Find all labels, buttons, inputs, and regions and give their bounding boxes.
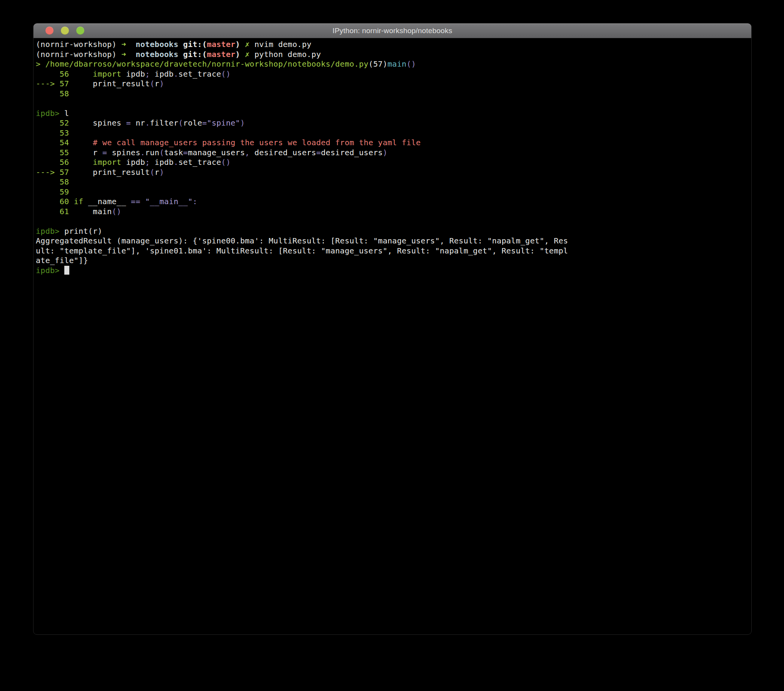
terminal-line: 61 main() (36, 207, 749, 217)
desktop: { "window": { "title": "IPython: nornir-… (0, 0, 784, 691)
terminal-text: "spine" (207, 118, 240, 127)
terminal-text (74, 69, 93, 79)
terminal-text: master (207, 50, 235, 59)
terminal-text (141, 197, 145, 206)
terminal-line: 53 (36, 128, 749, 138)
terminal-text: ; (145, 158, 150, 167)
terminal-line: ---> 57 print_result(r) (36, 168, 749, 178)
terminal-text: spines (74, 118, 126, 127)
terminal-text: nr (131, 118, 145, 127)
terminal-text: ( (178, 118, 183, 127)
terminal-text: master (207, 40, 235, 49)
terminal-text (74, 158, 93, 167)
terminal-text: ---> 57 (36, 168, 74, 177)
terminal-text: () (407, 59, 416, 69)
terminal-text: # we call manage_users passing the users… (93, 138, 421, 147)
terminal-text: () (112, 207, 121, 216)
terminal-line: 55 r = spines.run(task=manage_users, des… (36, 148, 749, 158)
terminal-text: > /home/dbarroso/workspace/dravetech/nor… (36, 59, 369, 69)
terminal-text: main (387, 59, 406, 69)
terminal-line: 56 import ipdb; ipdb.set_trace() (36, 69, 749, 79)
close-button[interactable] (45, 27, 54, 35)
terminal-line (36, 216, 749, 226)
terminal-line: > /home/dbarroso/workspace/dravetech/nor… (36, 59, 749, 69)
terminal-line: 58 (36, 177, 749, 187)
terminal-text: ipdb (121, 69, 145, 79)
terminal-text: . (141, 148, 145, 157)
terminal-text: = (102, 148, 107, 157)
terminal-line: ipdb> print(r) (36, 226, 749, 236)
terminal-line: (nornir-workshop) ➜ notebooks git:(maste… (36, 50, 749, 60)
terminal-text: ipdb (150, 158, 174, 167)
terminal-text: 56 (36, 69, 74, 79)
terminal-text: main (74, 207, 112, 216)
terminal-text: print(r) (64, 226, 102, 236)
terminal-text: git:( (183, 50, 207, 59)
terminal-text: (nornir-workshop) (36, 40, 121, 49)
terminal-text: 56 (36, 158, 74, 167)
terminal-text: . (145, 118, 150, 127)
terminal-text: 55 (36, 148, 74, 157)
minimize-button[interactable] (61, 27, 69, 35)
terminal-text: ➜ (121, 40, 126, 49)
terminal-content[interactable]: (nornir-workshop) ➜ notebooks git:(maste… (34, 38, 751, 275)
terminal-text: ---> 57 (36, 79, 74, 88)
terminal-line: 60 if __name__ == "__main__": (36, 197, 749, 207)
terminal-text: , (245, 148, 250, 157)
terminal-text: ate_file"]} (36, 256, 88, 265)
terminal-line: 58 (36, 89, 749, 99)
zoom-button[interactable] (76, 27, 84, 35)
terminal-text: 52 (36, 118, 74, 127)
terminal-text: 53 (36, 128, 69, 138)
terminal-text: set_trace (178, 158, 221, 167)
terminal-text: () (221, 69, 231, 79)
terminal-text: ipdb> (36, 266, 64, 275)
terminal-text: = (126, 118, 131, 127)
terminal-line: ate_file"]} (36, 256, 749, 266)
terminal-text: . (174, 158, 178, 167)
terminal-text: . (174, 69, 178, 79)
terminal-text: ( (150, 79, 154, 88)
terminal-text: git:( (183, 40, 207, 49)
terminal-text: r (155, 168, 159, 177)
terminal-text: filter (150, 118, 178, 127)
terminal-line: ult: "template_file"], 'spine01.bma': Mu… (36, 246, 749, 256)
terminal-text: ) (383, 148, 387, 157)
terminal-text: ipdb> (36, 226, 64, 236)
terminal-text: r (74, 148, 102, 157)
terminal-text: 60 (36, 197, 74, 206)
terminal-text: = (202, 118, 207, 127)
terminal-text: spines (107, 148, 140, 157)
terminal-text: = (183, 148, 188, 157)
window-titlebar[interactable]: IPython: nornir-workshop/notebooks (34, 23, 751, 38)
terminal-text: ✗ (245, 40, 250, 49)
terminal-text: ult: "template_file"], 'spine01.bma': Mu… (36, 246, 568, 255)
terminal-text: role (183, 118, 202, 127)
terminal-text: 61 (36, 207, 74, 216)
terminal-text: 58 (36, 89, 69, 98)
terminal-text: 54 (36, 138, 74, 147)
terminal-text: notebooks (136, 40, 178, 49)
terminal-text: task (164, 148, 183, 157)
terminal-text: AggregatedResult (manage_users): {'spine… (36, 236, 568, 245)
terminal-text (126, 50, 136, 59)
terminal-text: ipdb (150, 69, 174, 79)
traffic-lights (45, 23, 84, 38)
terminal-text: 58 (36, 177, 69, 186)
terminal-text: (57) (369, 59, 387, 69)
terminal-text (178, 40, 183, 49)
terminal-text: set_trace (178, 69, 221, 79)
terminal-line: AggregatedResult (manage_users): {'spine… (36, 236, 749, 246)
terminal-text: run (145, 148, 159, 157)
terminal-text (178, 50, 183, 59)
terminal-text: ( (150, 168, 154, 177)
terminal-text: (nornir-workshop) (36, 50, 121, 59)
terminal-text: python demo.py (250, 50, 321, 59)
terminal-line: ---> 57 print_result(r) (36, 79, 749, 89)
terminal-text: desired_users (250, 148, 316, 157)
terminal-line: (nornir-workshop) ➜ notebooks git:(maste… (36, 40, 749, 50)
terminal-text: l (64, 109, 69, 118)
terminal-text: ➜ (121, 50, 126, 59)
terminal-text: = (316, 148, 321, 157)
terminal-text: "__main__" (145, 197, 193, 206)
